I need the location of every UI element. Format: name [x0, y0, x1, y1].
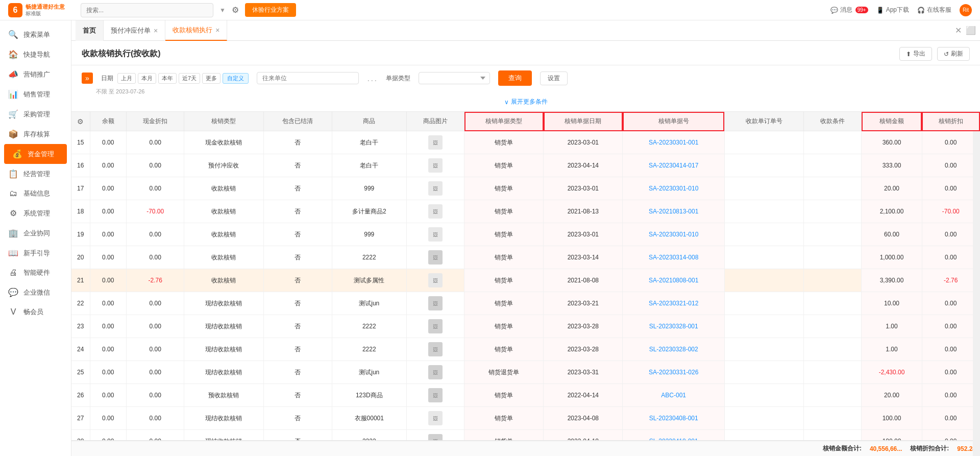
- table-row: 24 0.00 0.00 现结收款核销 否 2222 🖼 销货单 2023-03…: [71, 338, 980, 361]
- cell-balance: 0.00: [90, 384, 126, 407]
- table-wrapper: ⚙ 余额 现金折扣 核销类型 包含已结清 商品 商品图片 核销单据类型 核销单据…: [71, 112, 980, 456]
- export-icon: ⬆: [906, 51, 911, 58]
- cell-goods-img: 🖼: [406, 384, 464, 407]
- bill-no-link[interactable]: SL-20230408-001: [649, 415, 698, 422]
- filter-settings-button[interactable]: 设置: [540, 71, 568, 85]
- tab-receipt-close-icon[interactable]: ×: [215, 26, 219, 34]
- cell-receipt-condition: [804, 361, 862, 384]
- date-btn-this-month[interactable]: 本月: [138, 73, 156, 84]
- sidebar-item-sales[interactable]: 📊 销售管理: [0, 84, 71, 104]
- sidebar-item-finance[interactable]: 💰 资金管理: [4, 144, 67, 164]
- date-buttons: 上月 本月 本年 近7天 更多 自定义: [117, 73, 249, 84]
- filter-expand-icon[interactable]: »: [82, 73, 93, 84]
- product-image-placeholder: 🖼: [428, 135, 443, 150]
- dropdown-toggle[interactable]: ▼: [219, 7, 226, 14]
- cell-no: 16: [71, 154, 90, 177]
- query-button[interactable]: 查询: [498, 70, 532, 86]
- cell-bill-date: 2023-03-01: [544, 177, 623, 200]
- online-service-button[interactable]: 🎧 在线客服: [917, 6, 951, 14]
- cell-receipt-order-no: [724, 315, 803, 338]
- cell-no: 23: [71, 315, 90, 338]
- expand-down-icon: ∨: [504, 99, 509, 106]
- date-btn-7days[interactable]: 近7天: [179, 73, 200, 84]
- sidebar-item-marketing[interactable]: 📣 营销推广: [0, 64, 71, 84]
- export-button[interactable]: ⬆ 导出: [899, 47, 932, 61]
- bill-no-link[interactable]: SA-20230301-001: [649, 139, 698, 146]
- tab-close-window-button[interactable]: ✕: [955, 26, 962, 35]
- col-included-settled: 包含已结清: [263, 112, 332, 131]
- sidebar-item-operation[interactable]: 📋 经营管理: [0, 164, 71, 184]
- product-image-placeholder: 🖼: [428, 204, 443, 219]
- bill-no-link[interactable]: SL-20230328-001: [649, 323, 698, 330]
- tab-maximize-button[interactable]: ⬜: [966, 26, 976, 35]
- sidebar-item-hardware[interactable]: 🖨 智能硬件: [0, 263, 71, 282]
- cell-receipt-order-no: [724, 430, 803, 441]
- settings-icon[interactable]: ⚙: [232, 5, 239, 15]
- date-btn-last-month[interactable]: 上月: [117, 73, 136, 84]
- app-download-button[interactable]: 📱 App下载: [876, 6, 909, 14]
- sidebar-item-quick-nav[interactable]: 🏠 快捷导航: [0, 44, 71, 64]
- cell-bill-no: SA-20230301-001: [623, 131, 725, 154]
- table-header-row: ⚙ 余额 现金折扣 核销类型 包含已结清 商品 商品图片 核销单据类型 核销单据…: [71, 112, 980, 131]
- table-container[interactable]: ⚙ 余额 现金折扣 核销类型 包含已结清 商品 商品图片 核销单据类型 核销单据…: [71, 112, 980, 440]
- cell-included-settled: 否: [263, 338, 332, 361]
- date-btn-more[interactable]: 更多: [202, 73, 220, 84]
- cell-goods-img: 🖼: [406, 315, 464, 338]
- sidebar-item-basic[interactable]: 🗂 基础信息: [0, 184, 71, 203]
- table-row: 18 0.00 -70.00 收款核销 否 多计量商品2 🖼 销货单 2021-…: [71, 200, 980, 223]
- cell-bill-no: SA-20230301-010: [623, 177, 725, 200]
- cell-included-settled: 否: [263, 315, 332, 338]
- sidebar-item-inventory[interactable]: 📦 库存核算: [0, 124, 71, 144]
- bill-no-link[interactable]: SA-20230301-010: [649, 231, 698, 238]
- sidebar-item-purchase[interactable]: 🛒 采购管理: [0, 104, 71, 124]
- date-btn-this-year[interactable]: 本年: [158, 73, 177, 84]
- cell-cash-discount: -70.00: [126, 200, 184, 223]
- tab-prepay[interactable]: 预付冲应付单 ×: [104, 20, 165, 41]
- cell-bill-type: 销货单: [464, 200, 544, 223]
- col-gear[interactable]: ⚙: [71, 112, 90, 131]
- refresh-button[interactable]: ↺ 刷新: [937, 47, 970, 61]
- cell-receipt-order-no: [724, 384, 803, 407]
- cell-balance: 0.00: [90, 315, 126, 338]
- sidebar-item-member[interactable]: V 畅会员: [0, 302, 71, 322]
- table-row: 20 0.00 0.00 收款核销 否 2222 🖼 销货单 2023-03-1…: [71, 246, 980, 269]
- table-gear-icon[interactable]: ⚙: [77, 117, 84, 126]
- col-verify-type: 核销类型: [184, 112, 263, 131]
- tab-home[interactable]: 首页: [76, 20, 104, 41]
- bill-no-link[interactable]: SA-20230301-010: [649, 185, 698, 192]
- user-avatar[interactable]: Rit: [960, 4, 972, 16]
- scrollbar[interactable]: [973, 112, 980, 456]
- sidebar-item-system[interactable]: ⚙ 系统管理: [0, 203, 71, 223]
- sidebar-item-wechat[interactable]: 💬 企业微信: [0, 282, 71, 302]
- cell-bill-no: SA-20230321-012: [623, 292, 725, 315]
- bill-no-link[interactable]: SA-20210813-001: [649, 208, 698, 215]
- cell-verify-type: 预付冲应收: [184, 154, 263, 177]
- sidebar-item-search[interactable]: 🔍 搜索菜单: [0, 25, 71, 44]
- tab-prepay-close-icon[interactable]: ×: [154, 27, 158, 35]
- cell-goods-img: 🖼: [406, 223, 464, 246]
- bill-no-link[interactable]: SA-20230314-008: [649, 254, 698, 261]
- message-button[interactable]: 💬 消息 99+: [830, 6, 868, 14]
- page-header: 收款核销执行(按收款) ⬆ 导出 ↺ 刷新: [71, 41, 980, 65]
- receipt-type-select[interactable]: 销货单 销货退货单: [419, 72, 490, 84]
- partner-input[interactable]: [257, 72, 359, 84]
- cell-cash-discount: -2.76: [126, 269, 184, 292]
- expand-conditions-button[interactable]: ∨ 展开更多条件: [504, 98, 548, 106]
- cell-receipt-order-no: [724, 200, 803, 223]
- bill-no-link[interactable]: SA-20230414-017: [649, 162, 698, 169]
- industry-solution-button[interactable]: 休验行业方案: [245, 3, 296, 17]
- app-logo: 6 畅捷通谱好生意 标准版: [8, 3, 75, 17]
- bill-no-link[interactable]: ABC-001: [661, 392, 686, 399]
- bill-no-link[interactable]: SA-20210808-001: [649, 277, 698, 284]
- sidebar-item-enterprise[interactable]: 🏢 企业协同: [0, 223, 71, 243]
- cell-receipt-order-no: [724, 154, 803, 177]
- date-custom-button[interactable]: 自定义: [223, 73, 249, 84]
- global-search-input[interactable]: [81, 3, 213, 17]
- sidebar-item-guide[interactable]: 📖 新手引导: [0, 243, 71, 263]
- bill-no-link[interactable]: SA-20230331-026: [649, 369, 698, 376]
- tab-receipt-verify[interactable]: 收款核销执行 ×: [165, 20, 227, 41]
- cell-no: 21: [71, 269, 90, 292]
- bill-no-link[interactable]: SL-20230328-002: [649, 346, 698, 353]
- bill-no-link[interactable]: SA-20230321-012: [649, 300, 698, 307]
- cell-goods-img: 🖼: [406, 361, 464, 384]
